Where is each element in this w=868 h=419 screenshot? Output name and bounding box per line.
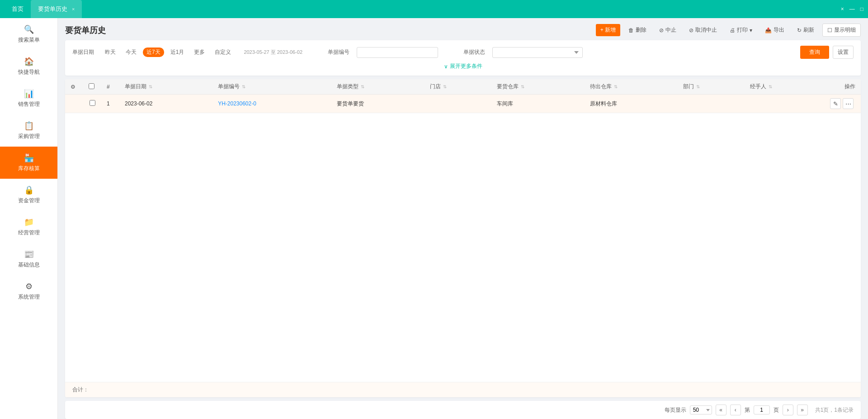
sort-doc-date-icon[interactable]: ⇅: [149, 84, 152, 89]
window-close-icon[interactable]: ×: [841, 6, 844, 12]
th-handler: 经手人 ⇅: [745, 79, 825, 95]
date-opt-custom[interactable]: 自定义: [211, 48, 235, 57]
sidebar-item-system-mgmt[interactable]: ⚙ 系统管理: [0, 275, 57, 307]
refresh-icon: ↻: [797, 27, 802, 33]
date-opt-7days[interactable]: 近7天: [143, 48, 164, 57]
table-body: 1 2023-06-02 YH-20230602-0 要货单要货 车间库 原材料…: [65, 95, 861, 113]
add-button[interactable]: + 新增: [596, 24, 620, 36]
sidebar-item-search-menu[interactable]: 🔍 搜索菜单: [0, 18, 57, 50]
refresh-button[interactable]: ↻ 刷新: [793, 24, 819, 36]
row-doc-number: YH-20230602-0: [212, 95, 331, 113]
query-button[interactable]: 查询: [800, 46, 829, 59]
table-scroll[interactable]: ⚙ # 单据日期 ⇅ 单据编号 ⇅: [65, 79, 861, 382]
print-icon: 🖨: [730, 27, 735, 33]
search-menu-icon: 🔍: [24, 24, 34, 34]
row-checkbox: [83, 95, 101, 113]
basic-info-icon: 📰: [24, 249, 34, 259]
table-row: 1 2023-06-02 YH-20230602-0 要货单要货 车间库 原材料…: [65, 95, 861, 113]
export-button[interactable]: 📤 导出: [760, 24, 789, 36]
doc-status-select[interactable]: [492, 47, 583, 58]
sort-req-warehouse-icon[interactable]: ⇅: [521, 84, 524, 89]
purchase-mgmt-icon: 📋: [24, 121, 34, 131]
sort-doc-number-icon[interactable]: ⇅: [242, 84, 245, 89]
th-doc-date: 单据日期 ⇅: [119, 79, 212, 95]
delete-icon: 🗑: [628, 27, 634, 33]
tab-home[interactable]: 首页: [5, 0, 31, 18]
settings-button[interactable]: 设置: [833, 46, 854, 59]
row-edit-button[interactable]: ✎: [830, 98, 841, 109]
row-department: [678, 95, 745, 113]
sidebar-item-operations-mgmt[interactable]: 📁 经营管理: [0, 211, 57, 243]
print-button[interactable]: 🖨 打印 ▾: [725, 24, 757, 36]
prev-page-button[interactable]: ‹: [730, 405, 741, 415]
row-index: 1: [101, 95, 119, 113]
sort-pending-warehouse-icon[interactable]: ⇅: [614, 84, 618, 89]
expand-row: ∨ 展开更多条件: [72, 62, 854, 70]
expand-more-button[interactable]: ∨ 展开更多条件: [444, 62, 482, 70]
th-index: #: [101, 79, 119, 95]
th-req-warehouse: 要货仓库 ⇅: [491, 79, 585, 95]
th-doc-number: 单据编号 ⇅: [212, 79, 331, 95]
cancel-stop-button[interactable]: ⊘ 取消中止: [684, 24, 722, 36]
tab-close-icon[interactable]: ×: [72, 6, 75, 12]
table-footer: 合计：: [65, 382, 861, 397]
window-minimize-icon[interactable]: —: [849, 6, 855, 12]
tab-requisition-history-label: 要货单历史: [38, 5, 67, 13]
th-department: 部门 ⇅: [678, 79, 745, 95]
row-store: [425, 95, 491, 113]
sidebar-item-quick-nav[interactable]: 🏠 快捷导航: [0, 50, 57, 82]
date-opt-1month[interactable]: 近1月: [167, 48, 188, 57]
topbar: 首页 要货单历史 × × — □: [0, 0, 868, 18]
page-size-label: 每页显示: [665, 406, 686, 414]
doc-number-label: 单据编号: [328, 48, 349, 56]
sidebar-item-finance-mgmt[interactable]: 🔒 资金管理: [0, 179, 57, 211]
sales-mgmt-icon: 📊: [24, 89, 34, 99]
toolbar: + 新增 🗑 删除 ⊘ 中止 ⊘ 取消中止 🖨 打印 ▾ 📤 导出: [596, 24, 861, 37]
tab-requisition-history[interactable]: 要货单历史 ×: [31, 0, 82, 18]
sort-store-icon[interactable]: ⇅: [443, 84, 447, 89]
row-more-button[interactable]: ⋯: [843, 98, 854, 109]
finance-mgmt-icon: 🔒: [24, 185, 34, 195]
date-opt-more[interactable]: 更多: [190, 48, 208, 57]
th-settings[interactable]: ⚙: [65, 79, 83, 95]
last-page-button[interactable]: »: [797, 405, 808, 415]
sidebar-item-quick-nav-label: 快捷导航: [18, 68, 40, 76]
date-opt-yesterday[interactable]: 昨天: [101, 48, 119, 57]
sidebar: 🔍 搜索菜单 🏠 快捷导航 📊 销售管理 📋 采购管理 🏪 库存核算 🔒 资金管…: [0, 18, 58, 419]
page-size-select[interactable]: 50 10 20 100: [690, 405, 712, 414]
sidebar-item-purchase-mgmt-label: 采购管理: [18, 133, 40, 140]
row-settings: [65, 95, 83, 113]
sidebar-item-purchase-mgmt[interactable]: 📋 采购管理: [0, 114, 57, 147]
doc-number-link[interactable]: YH-20230602-0: [218, 100, 256, 107]
main-content: 要货单历史 + 新增 🗑 删除 ⊘ 中止 ⊘ 取消中止 🖨 打印 ▾ 📤: [58, 18, 868, 419]
export-icon: 📤: [765, 27, 772, 33]
sidebar-item-system-mgmt-label: 系统管理: [18, 293, 40, 301]
checkbox-display-icon: ☐: [827, 27, 832, 33]
sidebar-item-basic-info[interactable]: 📰 基础信息: [0, 243, 57, 275]
row-pending-warehouse: 原材料仓库: [585, 95, 678, 113]
date-options: 昨天 今天 近7天 近1月 更多 自定义: [101, 48, 235, 57]
date-opt-today[interactable]: 今天: [122, 48, 140, 57]
header-row: ⚙ # 单据日期 ⇅ 单据编号 ⇅: [65, 79, 861, 95]
sidebar-item-inventory-mgmt[interactable]: 🏪 库存核算: [0, 147, 57, 179]
first-page-button[interactable]: «: [716, 405, 726, 415]
sort-department-icon[interactable]: ⇅: [696, 84, 700, 89]
sidebar-item-sales-mgmt[interactable]: 📊 销售管理: [0, 82, 57, 114]
stop-icon: ⊘: [659, 27, 664, 33]
table-container: ⚙ # 单据日期 ⇅ 单据编号 ⇅: [65, 79, 861, 397]
row-select-checkbox[interactable]: [90, 100, 95, 106]
page-number-input[interactable]: [754, 405, 770, 414]
window-restore-icon[interactable]: □: [860, 6, 863, 12]
doc-number-input[interactable]: [357, 47, 438, 58]
date-range-display: 2023-05-27 至 2023-06-02: [244, 49, 302, 56]
sidebar-item-finance-mgmt-label: 资金管理: [18, 197, 40, 205]
sort-doc-type-icon[interactable]: ⇅: [361, 84, 364, 89]
next-page-button[interactable]: ›: [783, 405, 793, 415]
display-detail-button[interactable]: ☐ 显示明细: [822, 24, 861, 37]
stop-button[interactable]: ⊘ 中止: [655, 24, 681, 36]
select-all-checkbox[interactable]: [89, 83, 94, 89]
row-doc-type: 要货单要货: [331, 95, 425, 113]
delete-button[interactable]: 🗑 删除: [624, 24, 651, 36]
total-label: 合计：: [72, 386, 89, 393]
sort-handler-icon[interactable]: ⇅: [769, 84, 772, 89]
